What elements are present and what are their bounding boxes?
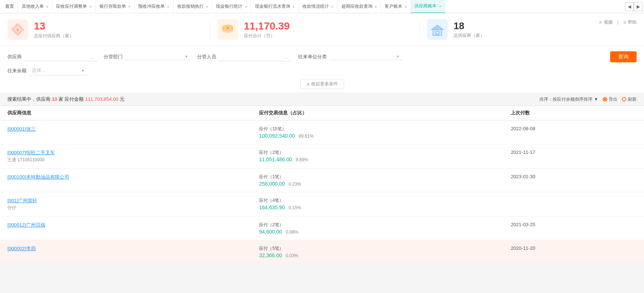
nav-tab-receipt-stat[interactable]: 收款情况统计 ×: [299, 0, 337, 13]
nav-tab-customer-ledger-label: 客户账本: [385, 3, 402, 10]
supplier-link[interactable]: [000100]本特勤油品有限公司: [7, 174, 69, 180]
pay-percentage: 0.08%: [286, 230, 298, 235]
category-select-container[interactable]: ▼: [329, 54, 403, 60]
supplier-dots-icon[interactable]: ...: [90, 54, 95, 60]
nav-tab-other-income[interactable]: 其他收入单 ×: [18, 0, 52, 13]
col-header-supplier: 供应商信息: [7, 110, 259, 116]
filter-supplier: 供应商 ...: [7, 53, 98, 61]
result-info-suffix: 元: [120, 96, 125, 102]
pay-label: 应付（2笔）: [259, 222, 511, 228]
supplier-link[interactable]: [000001]张三: [7, 126, 36, 132]
nav-tab-ar-ap-adjust[interactable]: 应收应付调整单 ×: [52, 0, 95, 13]
pay-row: 258,000.00 0.23%: [259, 180, 511, 187]
result-info: 搜索结果中，供应商 13 家 应付金额 111,703,854.00 元: [7, 96, 125, 103]
pay-info-cell: 应付（4笔） 164,635.90 0.15%: [259, 197, 511, 210]
close-bank-deposit-icon[interactable]: ×: [128, 4, 130, 9]
export-button[interactable]: 导出: [603, 96, 617, 103]
close-overdue-ar-query-icon[interactable]: ×: [375, 4, 377, 9]
nav-arrow-left-button[interactable]: ◀: [625, 2, 634, 11]
sort-label: 排序：按应付余额倒序排序: [539, 96, 592, 103]
collapse-button[interactable]: ∧ 收起更多条件: [300, 79, 344, 89]
pay-percentage: 89.61%: [299, 134, 314, 139]
help-link[interactable]: ⊙ 帮助: [623, 19, 637, 25]
person-input-container[interactable]: ...: [218, 53, 292, 61]
pay-label: 应付（15笔）: [259, 126, 511, 132]
dept-select-container[interactable]: ▼: [125, 54, 191, 60]
pay-label: 应付（4笔）: [259, 197, 511, 204]
nav-arrows: ◀ ▶: [625, 2, 643, 11]
last-pay-date: 2020-11-20: [511, 245, 535, 251]
close-ar-ap-adjust-icon[interactable]: ×: [89, 4, 91, 9]
payable-amount-label: 应付合计（万）: [244, 33, 290, 39]
nav-arrow-right-button[interactable]: ▶: [634, 2, 643, 11]
nav-tab-home[interactable]: 首页: [1, 0, 18, 13]
query-button[interactable]: 查询: [610, 51, 637, 62]
pay-info-cell: 应付（15笔） 100,092,540.00 89.61%: [259, 126, 511, 139]
pay-info-cell: 应付（2笔） 11,051,486.00 9.89%: [259, 149, 511, 162]
top-navigation: 首页 其他收入单 × 应收应付调整单 × 银行存取款单 × 预收冲应收单 × 收…: [0, 0, 644, 13]
supplier-input-container[interactable]: ...: [24, 53, 98, 61]
summary-payable-suppliers: ¥ 13 总应付供应商（家）: [7, 19, 210, 40]
filter-person: 分管人员 ...: [197, 53, 292, 61]
summary-icon-total-suppliers: [427, 19, 448, 40]
result-info-mid: 家 应付金额: [59, 96, 84, 102]
supplier-link[interactable]: [000007]恒旺二手叉车: [7, 150, 55, 155]
supplier-info-cell: [000001]张三: [7, 126, 259, 132]
close-cash-bank-stat-icon[interactable]: ×: [245, 4, 247, 9]
pay-info-cell: 应付（1笔） 258,000.00 0.23%: [259, 174, 511, 187]
result-total-amount: 111,703,854.00: [85, 96, 118, 102]
refresh-button[interactable]: 刷新: [622, 96, 637, 103]
close-receipt-stat-icon[interactable]: ×: [331, 4, 333, 9]
summary-total-suppliers-text: 18 总供应商（家）: [454, 20, 484, 39]
summary-icon-payable-suppliers: ¥: [7, 19, 28, 40]
payable-suppliers-value: 13: [34, 20, 74, 32]
summary-payable-suppliers-text: 13 总应付供应商（家）: [34, 20, 74, 39]
collapse-label: 收起更多条件: [311, 81, 338, 87]
collapse-icon: ∧: [307, 82, 310, 87]
nav-tab-supplier-ledger-label: 供应商账本: [414, 3, 437, 9]
nav-tab-receipt-verify[interactable]: 收款核销执行 ×: [174, 0, 212, 13]
pay-info-cell: 应付（2笔） 94,600.00 0.08%: [259, 222, 511, 235]
close-customer-ledger-icon[interactable]: ×: [405, 4, 407, 9]
close-supplier-ledger-icon[interactable]: ×: [439, 4, 441, 8]
supplier-link[interactable]: [000012]广州贝瑞: [7, 222, 45, 228]
nav-tab-customer-ledger[interactable]: 客户账本 ×: [381, 0, 411, 13]
close-other-income-icon[interactable]: ×: [46, 4, 48, 9]
nav-tab-bank-deposit[interactable]: 银行存取款单 ×: [96, 0, 134, 13]
supplier-link[interactable]: [001]广州荣轩: [7, 198, 37, 203]
store-blue-icon: [430, 22, 445, 37]
table-body: [000001]张三 应付（15笔） 100,092,540.00 89.61%…: [0, 121, 644, 264]
last-pay-cell: 2023-01-30: [511, 174, 637, 179]
close-receipt-verify-icon[interactable]: ×: [206, 4, 208, 9]
supplier-link[interactable]: [000002]李四: [7, 246, 36, 251]
dept-chevron-down-icon: ▼: [185, 55, 188, 59]
export-label: 导出: [609, 96, 617, 103]
pay-label: 应付（5笔）: [259, 245, 511, 252]
svg-text:¥: ¥: [226, 26, 229, 30]
help-icon: ⊙: [623, 20, 627, 25]
table-row: [000001]张三 应付（15笔） 100,092,540.00 89.61%…: [0, 121, 644, 144]
dept-label: 分管部门: [104, 54, 123, 60]
pay-amount: 94,600.00: [259, 229, 282, 235]
nav-tab-prepay-clear[interactable]: 预收冲应收单 ×: [134, 0, 173, 13]
sort-select[interactable]: 排序：按应付余额倒序排序 ▼: [539, 96, 598, 103]
svg-marker-8: [431, 25, 443, 30]
nav-tab-overdue-ar-query[interactable]: 超期应收款查询 ×: [338, 0, 381, 13]
nav-tab-supplier-ledger[interactable]: 供应商账本 ×: [411, 0, 445, 13]
balance-select-container[interactable]: 选择... ▼: [29, 66, 88, 75]
nav-tab-other-income-label: 其他收入单: [22, 3, 44, 10]
supplier-sub-info: 王通 17106110000: [7, 157, 259, 163]
close-prepay-clear-icon[interactable]: ×: [167, 4, 169, 9]
balance-label: 往来余额: [7, 68, 27, 74]
refresh-icon: [622, 97, 626, 101]
pay-amount: 100,092,540.00: [259, 133, 295, 139]
last-pay-date: 2023-01-30: [511, 174, 535, 179]
nav-tab-cash-flow-query[interactable]: 现金银行流水查询 ×: [251, 0, 299, 13]
video-link[interactable]: ⊙ 视频: [599, 19, 612, 25]
nav-tab-cash-bank-stat[interactable]: 现金银行统计 ×: [212, 0, 251, 13]
close-cash-flow-query-icon[interactable]: ×: [293, 4, 295, 9]
person-dots-icon[interactable]: ...: [285, 54, 289, 60]
result-info-prefix: 搜索结果中，供应商: [7, 96, 50, 102]
pay-row: 100,092,540.00 89.61%: [259, 132, 511, 139]
summary-icon-payable-amount: ¥: [217, 19, 238, 40]
